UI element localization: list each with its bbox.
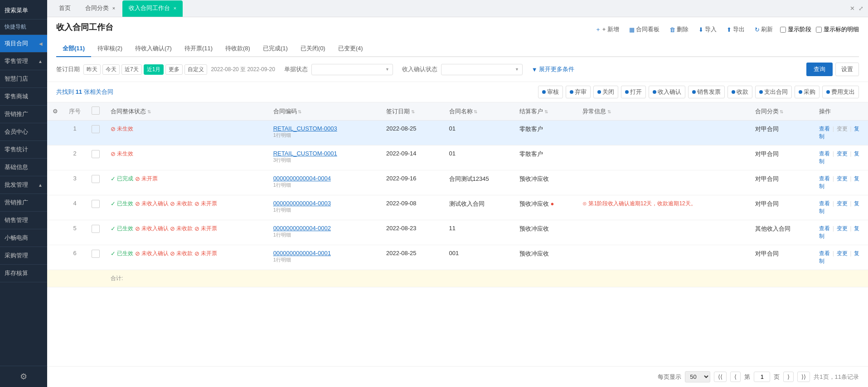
row-settings[interactable] [47,245,63,270]
abandon-button[interactable]: 弃审 [566,86,591,98]
select-all-checkbox[interactable] [92,106,100,115]
sidebar-item-marketing[interactable]: 营销推广 [0,106,47,123]
row-check[interactable] [86,121,105,145]
tab-income-workbench[interactable]: 收入合同工作台 × [122,0,183,17]
close-window-icon[interactable]: ✕ [850,5,855,12]
tab-home[interactable]: 首页 [52,0,78,17]
import-button[interactable]: ⬇ 导入 [696,24,719,35]
view-link[interactable]: 查看 [819,250,830,256]
tab-close-icon[interactable]: × [112,5,115,11]
setting-button[interactable]: 设置 [835,63,859,76]
date-btn-custom[interactable]: 自定义 [184,64,207,75]
row-check[interactable] [86,195,105,220]
filter-tab-changed[interactable]: 已变更(4) [332,41,369,57]
date-btn-yesterday[interactable]: 昨天 [83,64,101,75]
purchase-button[interactable]: 采购 [795,86,820,98]
view-link[interactable]: 查看 [819,175,830,182]
filter-tab-pending-invoice[interactable]: 待开票(11) [178,41,219,57]
tab-contract-category[interactable]: 合同分类 × [78,0,122,17]
sidebar-item-purchase[interactable]: 采购管理 [0,247,47,265]
change-link[interactable]: 变更 [837,150,848,157]
info-col-header[interactable]: 异常信息 [577,102,750,121]
open-button[interactable]: 打开 [621,86,646,98]
contract-code-link[interactable]: 0000000000004-0003 [273,200,375,207]
maximize-window-icon[interactable]: ⤢ [858,5,863,12]
view-link[interactable]: 查看 [819,200,830,207]
date-btn-today[interactable]: 今天 [102,64,120,75]
row-settings[interactable] [47,220,63,245]
panel-button[interactable]: ▦ 合同看板 [626,24,662,35]
row-check[interactable] [86,145,105,170]
code-col-header[interactable]: 合同编码 [268,102,381,121]
status-select[interactable] [311,64,393,75]
delete-button[interactable]: 🗑 删除 [667,24,691,35]
sidebar-item-basic[interactable]: 基础信息 [0,159,47,176]
sidebar-item-wholesale[interactable]: 批发管理 ▲ [0,176,47,194]
confirm-income-button[interactable]: 收入确认 [649,86,685,98]
next-page-button[interactable]: ⟩ [783,372,794,382]
filter-tab-pending-confirm[interactable]: 待收入确认(7) [129,41,178,57]
sidebar-nav[interactable]: 快捷导航 [0,19,47,35]
date-btn-last7[interactable]: 近7天 [121,64,142,75]
type-col-header[interactable]: 合同分类 [750,102,814,121]
show-stage-checkbox[interactable] [780,27,786,33]
contract-code-link[interactable]: 0000000000004-0002 [273,225,375,232]
customer-col-header[interactable]: 结算客户 [514,102,577,121]
status-col-header[interactable]: 合同整体状态 [105,102,268,121]
expense-button[interactable]: 支出合同 [755,86,792,98]
last-page-button[interactable]: ⟩⟩ [797,372,810,382]
sidebar-item-smart-store[interactable]: 智慧门店 [0,70,47,88]
change-link[interactable]: 变更 [837,250,848,256]
check-col-header[interactable] [86,102,105,121]
close-contract-button[interactable]: 关闭 [593,86,618,98]
query-button[interactable]: 查询 [806,63,833,76]
row-settings[interactable] [47,170,63,195]
first-page-button[interactable]: ⟨⟨ [714,372,727,382]
page-size-select[interactable]: 50 20 100 [685,371,710,382]
date-btn-more[interactable]: 更多 [165,64,183,75]
sidebar-item-online-retail[interactable]: 零售商城 [0,88,47,106]
filter-tab-all[interactable]: 全部(11) [56,41,91,57]
filter-tab-closed[interactable]: 已关闭(0) [294,41,332,57]
settings-icon[interactable]: ⚙ [0,366,47,387]
sidebar-item-ecommerce[interactable]: 小畅电商 [0,229,47,247]
name-col-header[interactable]: 合同名称 [444,102,514,121]
change-link[interactable]: 变更 [837,200,848,207]
show-stage-check[interactable]: 显示阶段 [780,25,811,34]
filter-tab-pending-review[interactable]: 待审核(2) [91,41,129,57]
sidebar-item-marketing2[interactable]: 营销推广 [0,194,47,212]
payment-button[interactable]: 收款 [727,86,752,98]
contract-code-link[interactable]: RETAIL_CUSTOM-0001 [273,150,375,157]
change-link[interactable]: 变更 [837,175,848,182]
cost-button[interactable]: 费用支出 [822,86,859,98]
tab-close-icon[interactable]: × [174,5,176,11]
settings-col-header[interactable]: ⚙ [47,102,63,121]
sidebar-item-sales[interactable]: 销售管理 [0,212,47,229]
row-check[interactable] [86,220,105,245]
review-button[interactable]: 审核 [538,86,563,98]
export-button[interactable]: ⬆ 导出 [724,24,747,35]
row-check[interactable] [86,170,105,195]
refresh-button[interactable]: ↻ 刷新 [752,24,776,35]
page-input[interactable] [754,372,770,382]
row-check[interactable] [86,245,105,270]
expand-button[interactable]: ▼ 展开更多条件 [532,65,574,73]
change-link[interactable]: 变更 [837,225,848,232]
row-settings[interactable] [47,145,63,170]
contract-code-link[interactable]: RETAIL_CUSTOM-0003 [273,125,375,132]
sidebar-item-retail[interactable]: 零售管理 ▲ [0,53,47,70]
prev-page-button[interactable]: ⟨ [730,372,741,382]
filter-tab-completed[interactable]: 已完成(1) [257,41,294,57]
confirm-status-select[interactable] [441,64,523,75]
view-link[interactable]: 查看 [819,126,830,132]
filter-tab-pending-payment[interactable]: 待收款(8) [219,41,257,57]
show-detail-check[interactable]: 显示标的明细 [816,25,859,34]
sidebar-search[interactable]: 搜索菜单 [0,0,47,19]
sidebar-item-stats[interactable]: 零售统计 [0,141,47,159]
date-col-header[interactable]: 签订日期 [381,102,444,121]
contract-code-link[interactable]: 0000000000004-0004 [273,175,375,182]
invoice-button[interactable]: 销售发票 [688,86,725,98]
view-link[interactable]: 查看 [819,150,830,157]
row-settings[interactable] [47,121,63,145]
view-link[interactable]: 查看 [819,225,830,232]
